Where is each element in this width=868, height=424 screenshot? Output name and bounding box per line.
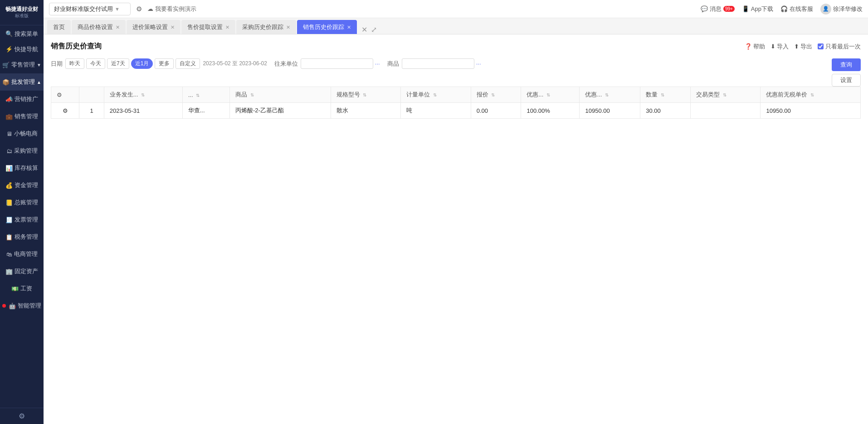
col-no-tax-price[interactable]: 优惠前无税单价 ⇅ — [761, 87, 861, 103]
date-btn-1month[interactable]: 近1月 — [131, 58, 153, 69]
row-gear[interactable]: ⚙ — [51, 103, 79, 119]
app-logo-title: 畅捷通好业财 — [5, 6, 38, 13]
sidebar-item-inventory[interactable]: 📊 库存核算 — [0, 159, 44, 177]
settings-icon[interactable]: ⚙ — [19, 412, 25, 420]
page-actions: ❓ 帮助 ⬇ 导入 ⬆ 导出 只看最后一次 — [745, 43, 861, 51]
user-profile[interactable]: 👤 徐泽华修改 — [820, 4, 863, 14]
date-range-display: 2023-05-02 至 2023-06-02 — [203, 60, 267, 67]
row-spec: 散水 — [331, 103, 401, 119]
sidebar-item-ecommerce[interactable]: 🖥 小畅电商 — [0, 125, 44, 142]
tab-purchase-history[interactable]: 采购历史价跟踪 ✕ — [236, 20, 296, 34]
row-quote: 0.00 — [471, 103, 521, 119]
col-biz-date[interactable]: 业务发生... ⇅ — [104, 87, 182, 103]
app-logo: 畅捷通好业财 标准版 — [0, 0, 44, 25]
sidebar-item-label: 小畅电商 — [14, 130, 38, 138]
tax-icon: 📋 — [5, 234, 13, 241]
query-buttons: 查询 设置 — [832, 58, 861, 87]
help-label: 帮助 — [753, 43, 765, 51]
sidebar-item-purchase-mgmt[interactable]: 🗂 采购管理 — [0, 142, 44, 159]
close-icon[interactable]: ✕ — [116, 24, 120, 30]
row-seq: 1 — [79, 103, 104, 119]
source-more-icon[interactable]: ··· — [375, 60, 380, 67]
topbar-demo-link[interactable]: ☁ 我要看实例演示 — [147, 5, 196, 13]
payroll-icon: 💵 — [11, 285, 19, 292]
col-product[interactable]: 商品 ⇅ — [230, 87, 331, 103]
message-button[interactable]: 💬 消息 99+ — [701, 5, 735, 13]
topbar-settings-icon[interactable]: ⚙ — [134, 3, 144, 15]
fixed-assets-icon: 🏢 — [5, 268, 13, 275]
import-link[interactable]: ⬇ 导入 — [770, 43, 789, 51]
sidebar-item-label: 批发管理 — [11, 78, 35, 86]
topbar-right: 💬 消息 99+ 📱 App下载 🎧 在线客服 👤 徐泽华修改 — [701, 4, 863, 14]
only-last-input[interactable] — [818, 43, 824, 49]
sidebar-item-fixed-assets[interactable]: 🏢 固定资产 — [0, 263, 44, 280]
tab-purchase-strategy[interactable]: 进价策略设置 ✕ — [127, 20, 180, 34]
sidebar-item-ledger-mgmt[interactable]: 📒 总账管理 — [0, 194, 44, 211]
sidebar-item-ecom-mgmt[interactable]: 🛍 电商管理 — [0, 246, 44, 263]
company-selector-text: 好业财标准版交付试用 — [54, 5, 113, 13]
col-spec[interactable]: 规格型号 ⇅ — [331, 87, 401, 103]
company-selector[interactable]: 好业财标准版交付试用 ▼ — [49, 3, 131, 15]
product-more-icon[interactable]: ··· — [476, 60, 481, 67]
col-discount1[interactable]: 优惠... ⇅ — [521, 87, 580, 103]
message-badge: 99+ — [723, 6, 735, 12]
sidebar-item-marketing[interactable]: 📣 营销推广 — [0, 91, 44, 108]
col-unit[interactable]: 计量单位 ⇅ — [401, 87, 471, 103]
row-unit: 吨 — [401, 103, 471, 119]
cloud-icon: ☁ — [147, 5, 153, 12]
app-download-button[interactable]: 📱 App下载 — [742, 5, 773, 13]
content-area: 销售历史价查询 ❓ 帮助 ⬇ 导入 ⬆ 导出 只看最后一次 — [44, 34, 868, 424]
close-icon[interactable]: ✕ — [171, 24, 175, 30]
col-qty[interactable]: 数量 ⇅ — [640, 87, 691, 103]
close-window-button[interactable]: ✕ — [360, 25, 369, 34]
only-last-checkbox[interactable]: 只看最后一次 — [818, 43, 861, 51]
date-btn-custom[interactable]: 自定义 — [176, 58, 200, 69]
tab-label: 销售历史价跟踪 — [303, 23, 344, 31]
sidebar-item-retail-mgmt[interactable]: 🛒 零售管理 ▼ — [0, 56, 44, 73]
col-quote[interactable]: 报价 ⇅ — [471, 87, 521, 103]
sidebar-item-sales-mgmt[interactable]: 💼 销售管理 — [0, 108, 44, 125]
tab-price-setting[interactable]: 商品价格设置 ✕ — [72, 20, 126, 34]
source-input[interactable] — [301, 58, 373, 69]
wholesale-icon: 📦 — [2, 79, 10, 86]
date-btn-more[interactable]: 更多 — [155, 58, 174, 69]
sidebar-item-label: 总账管理 — [15, 198, 38, 207]
sidebar-item-payroll[interactable]: 💵 工资 — [0, 280, 44, 297]
tab-sale-history[interactable]: 销售历史价跟踪 ✕ — [297, 20, 357, 34]
maximize-button[interactable]: ⤢ — [369, 25, 379, 34]
sidebar-item-invoice-mgmt[interactable]: 🧾 发票管理 — [0, 211, 44, 228]
sidebar-item-quick-nav[interactable]: ⚡ 快捷导航 — [0, 41, 44, 56]
product-input[interactable] — [402, 58, 474, 69]
table-row[interactable]: ⚙ 1 2023-05-31 华查... 丙烯酸-2-乙基己酯 散水 吨 0.0… — [51, 103, 861, 119]
tabs-bar: 首页 商品价格设置 ✕ 进价策略设置 ✕ 售价提取设置 ✕ 采购历史价跟踪 ✕ … — [44, 18, 868, 34]
export-link[interactable]: ⬆ 导出 — [794, 43, 812, 51]
setting-button[interactable]: 设置 — [832, 74, 861, 87]
col-more[interactable]: ... ⇅ — [182, 87, 229, 103]
quick-nav-icon: ⚡ — [5, 46, 13, 53]
date-btn-today[interactable]: 今天 — [86, 58, 105, 69]
col-discount2[interactable]: 优惠... ⇅ — [580, 87, 640, 103]
tab-home[interactable]: 首页 — [47, 20, 71, 34]
row-product: 丙烯酸-2-乙基己酯 — [230, 103, 331, 119]
sidebar-item-capital-mgmt[interactable]: 💰 资金管理 — [0, 177, 44, 194]
tab-sale-price-extract[interactable]: 售价提取设置 ✕ — [181, 20, 235, 34]
col-trade-type[interactable]: 交易类型 ⇅ — [690, 87, 761, 103]
sidebar-item-search-menu[interactable]: 🔍 搜索菜单 — [0, 25, 44, 41]
sidebar-item-tax-mgmt[interactable]: 📋 税务管理 — [0, 228, 44, 246]
sidebar-item-wholesale-mgmt[interactable]: 📦 批发管理 ▲ — [0, 73, 44, 91]
close-icon[interactable]: ✕ — [225, 24, 229, 30]
date-btn-yesterday[interactable]: 昨天 — [65, 58, 84, 69]
source-input-group: ··· — [301, 58, 380, 69]
close-icon[interactable]: ✕ — [347, 24, 351, 30]
query-button[interactable]: 查询 — [832, 58, 861, 71]
help-link[interactable]: ❓ 帮助 — [745, 43, 765, 51]
close-icon[interactable]: ✕ — [286, 24, 290, 30]
sidebar-item-smart-mgmt[interactable]: 🤖 智能管理 — [0, 297, 44, 314]
sidebar-item-label: 电商管理 — [14, 250, 38, 258]
col-gear[interactable]: ⚙ — [51, 87, 79, 103]
online-service-button[interactable]: 🎧 在线客服 — [780, 5, 813, 13]
page-title: 销售历史价查询 — [51, 42, 102, 51]
date-btn-7days[interactable]: 近7天 — [107, 58, 129, 69]
gear-col-icon: ⚙ — [57, 92, 62, 98]
purchase-icon: 🗂 — [6, 148, 12, 154]
